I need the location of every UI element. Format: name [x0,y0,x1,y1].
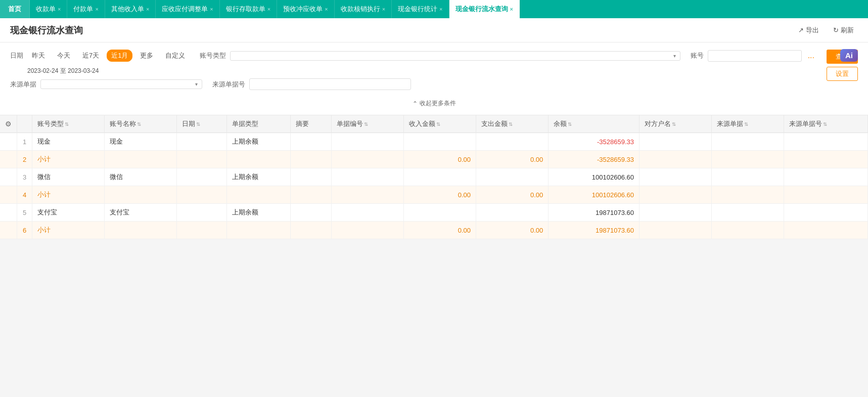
cell-doc-type [226,222,290,239]
gear-icon[interactable]: ⚙ [5,120,12,128]
cell-counterpart [639,186,711,204]
sort-icon: ⇅ [568,121,572,127]
cell-account-type: 现金 [32,133,105,151]
close-icon[interactable]: × [95,6,98,12]
cell-balance: 100102606.60 [549,168,639,186]
cell-account-type: 小计 [32,222,105,239]
data-table: ⚙ 账号类型⇅ 账号名称⇅ 日期⇅ 单据类型 摘要 单据编号⇅ 收入金额⇅ 支出… [0,115,868,239]
col-expense[interactable]: 支出金额⇅ [476,115,549,133]
cell-settings [0,151,17,168]
close-icon[interactable]: × [325,6,328,12]
cell-summary [290,168,331,186]
close-icon[interactable]: × [510,6,513,12]
table-row: 4小计0.000.00100102606.60 [0,186,868,204]
export-label: 导出 [806,26,819,35]
col-account-type[interactable]: 账号类型⇅ [32,115,105,133]
cell-num: 1 [17,133,32,151]
cell-balance: -3528659.33 [549,133,639,151]
cell-counterpart [639,133,711,151]
sort-icon: ⇅ [436,121,440,127]
sort-icon: ⇅ [509,121,513,127]
cell-account-name [105,222,177,239]
col-income[interactable]: 收入金额⇅ [403,115,476,133]
cell-source-doc-no [784,222,868,239]
close-icon[interactable]: × [382,6,385,12]
nav-tab-qitashouru[interactable]: 其他收入单 × [105,0,156,18]
cell-source-doc-no [784,168,868,186]
cell-source-doc-no [784,204,868,222]
account-type-select[interactable]: ▾ [230,51,680,61]
close-icon[interactable]: × [439,6,442,12]
cell-account-name [105,151,177,168]
cell-source-doc-no [784,151,868,168]
account-input[interactable] [708,50,802,62]
cell-summary [290,151,331,168]
source-doc-no-input[interactable] [249,78,411,90]
close-icon[interactable]: × [58,6,61,12]
col-balance[interactable]: 余额⇅ [549,115,639,133]
tab-label: 应收应付调整单 [162,5,208,14]
cell-income [403,133,476,151]
col-source-doc-no[interactable]: 来源单据号⇅ [784,115,868,133]
date-btn-custom[interactable]: 自定义 [161,50,190,62]
cell-expense [476,204,549,222]
export-button[interactable]: ↗ 导出 [794,24,823,37]
cell-counterpart [639,222,711,239]
cell-account-name: 现金 [105,133,177,151]
nav-tab-shoukuanhexiao[interactable]: 收款核销执行 × [335,0,392,18]
source-doc-no-label: 来源单据号 [212,80,245,89]
ai-badge[interactable]: Ai [840,49,858,62]
close-icon[interactable]: × [267,6,270,12]
tab-label: 付款单 [73,5,93,14]
col-source-doc[interactable]: 来源单据⇅ [712,115,784,133]
close-icon[interactable]: × [146,6,149,12]
cell-account-name: 微信 [105,168,177,186]
date-btn-today[interactable]: 今天 [53,50,75,62]
col-account-name[interactable]: 账号名称⇅ [105,115,177,133]
nav-tab-yinxingcunqu[interactable]: 银行存取款单 × [220,0,277,18]
nav-tab-shoukuandan[interactable]: 收款单 × [30,0,67,18]
filter-area: 日期 昨天 今天 近7天 近1月 更多 自定义 账号类型 [0,42,868,115]
nav-tab-yingshouyingfu[interactable]: 应收应付调整单 × [156,0,219,18]
cell-date [177,204,226,222]
nav-tab-xianjinyinhang-liushui[interactable]: 现金银行流水查询 × [449,0,520,18]
source-doc-select[interactable]: ▾ [40,79,202,89]
date-btn-more[interactable]: 更多 [135,50,158,62]
home-label: 首页 [8,5,21,14]
collapse-more-button[interactable]: ⌃ 收起更多条件 [10,97,858,110]
nav-home[interactable]: 首页 [0,0,30,18]
sort-icon: ⇅ [364,121,368,127]
col-counterpart[interactable]: 对方户名⇅ [639,115,711,133]
cell-expense: 0.00 [476,222,549,239]
refresh-button[interactable]: ↻ 刷新 [829,24,858,37]
export-icon: ↗ [798,26,804,34]
cell-account-name: 支付宝 [105,204,177,222]
cell-account-type: 微信 [32,168,105,186]
header-actions: ↗ 导出 ↻ 刷新 [794,24,858,37]
date-btn-7days[interactable]: 近7天 [78,50,104,62]
cell-income [403,204,476,222]
date-range-display: 2023-02-24 至 2023-03-24 [27,67,99,74]
settings-button[interactable]: 设置 [827,67,858,81]
filter-row-date: 日期 昨天 今天 近7天 近1月 更多 自定义 账号类型 [10,50,816,62]
nav-tab-fukuandan[interactable]: 付款单 × [67,0,105,18]
close-icon[interactable]: × [210,6,213,12]
date-btn-1month[interactable]: 近1月 [107,50,132,62]
nav-tab-yushouying[interactable]: 预收冲应收单 × [277,0,334,18]
cell-expense [476,168,549,186]
date-label: 日期 [10,51,23,60]
sort-icon: ⇅ [744,121,748,127]
cell-income: 0.00 [403,222,476,239]
account-dots-button[interactable]: ... [806,51,816,60]
cell-balance: -3528659.33 [549,151,639,168]
tab-label: 现金银行流水查询 [455,5,508,14]
col-doc-no[interactable]: 单据编号⇅ [331,115,403,133]
refresh-icon: ↻ [833,26,839,34]
cell-counterpart [639,168,711,186]
sort-icon: ⇅ [823,121,827,127]
nav-tab-xianjinyinhang-tongji[interactable]: 现金银行统计 × [392,0,449,18]
date-btn-yesterday[interactable]: 昨天 [27,50,50,62]
col-settings[interactable]: ⚙ [0,115,17,133]
cell-doc-no [331,204,403,222]
col-date[interactable]: 日期⇅ [177,115,226,133]
